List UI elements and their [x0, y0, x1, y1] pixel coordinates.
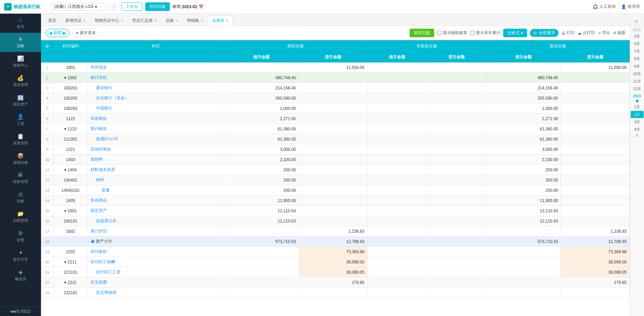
- account-name[interactable]: 材料: [88, 175, 224, 185]
- sidebar-item-settings[interactable]: ⚙ 设置: [0, 227, 41, 246]
- account-name[interactable]: 建设银行: [88, 83, 224, 93]
- month-4[interactable]: 4月: [631, 126, 644, 133]
- sidebar-item-purchases[interactable]: 📦 进销台账: [0, 149, 41, 169]
- month-2-active[interactable]: 2月: [631, 111, 644, 118]
- filter-all-btn[interactable]: ◀ 全部 ▶: [45, 29, 70, 37]
- sidebar-item-payroll[interactable]: 👤 工资: [0, 110, 41, 130]
- account-name[interactable]: 银行存款: [88, 73, 224, 83]
- th-setting[interactable]: ⚙: [41, 41, 54, 52]
- month-11[interactable]: 11月: [631, 78, 644, 85]
- tab-close-detail[interactable]: ✕: [201, 19, 203, 23]
- cell-ob-credit: [299, 144, 367, 155]
- tab-close-smart[interactable]: ✕: [121, 19, 123, 23]
- row-number: 5: [41, 103, 54, 114]
- tab-close-new-voucher[interactable]: ✕: [83, 19, 86, 23]
- show-aux-checkbox[interactable]: 显示辅助核算: [437, 30, 467, 36]
- sidebar-item-reports[interactable]: 📊 报表中心: [0, 52, 41, 71]
- tab-close-ledger[interactable]: ✕: [175, 19, 178, 23]
- table-row: 3100201建设银行214,158.40214,158.40: [41, 83, 630, 93]
- account-name[interactable]: 原材料: [88, 155, 224, 165]
- account-name[interactable]: 应付账款: [88, 247, 224, 257]
- calendar-icon[interactable]: 📅: [198, 4, 204, 9]
- return-old-btn[interactable]: 返回旧版: [410, 29, 434, 37]
- consulting-btn[interactable]: 🎧 人工咨询: [593, 4, 616, 10]
- tab-home[interactable]: 首页: [44, 15, 61, 26]
- tab-ledger[interactable]: 总账 ✕: [161, 15, 182, 26]
- workbench-button[interactable]: 工作台: [121, 2, 142, 11]
- month-8[interactable]: 8月: [631, 55, 644, 62]
- month-1[interactable]: 1月: [631, 103, 644, 111]
- expand-btn[interactable]: ▾ 展开更多: [72, 29, 100, 37]
- user-area[interactable]: 👤 徐淫华: [621, 4, 640, 10]
- cloud-print-btn[interactable]: ☁ 云打印: [577, 30, 595, 36]
- month-6[interactable]: 6月: [631, 40, 644, 47]
- account-name[interactable]: 起提票记本: [88, 216, 224, 226]
- tab-close-balance[interactable]: ✕: [226, 19, 229, 23]
- cell-ob-credit: 11,550.00: [299, 62, 367, 73]
- account-name[interactable]: 应交税费: [88, 277, 224, 288]
- sidebar-item-member[interactable]: ◈ 畅会员: [0, 265, 41, 285]
- tab-voucher-summary[interactable]: 凭证汇总表 ✕: [128, 15, 161, 26]
- account-name[interactable]: 应收账款: [88, 114, 224, 124]
- tab-balance-sheet[interactable]: 余额表 ✕: [208, 15, 233, 26]
- toggle-expand-btn[interactable]: ⊙ 全部展开: [530, 29, 559, 37]
- cell-cur-debit: [367, 247, 427, 257]
- cell-cur-debit: [367, 155, 427, 165]
- account-name[interactable]: 农业银行（美金）: [88, 93, 224, 103]
- tab-close-voucher-summary[interactable]: ✕: [154, 19, 157, 23]
- cell-eb-credit: [561, 288, 630, 298]
- sidebar-item-ledger[interactable]: ≡ 总账: [0, 33, 41, 52]
- sidebar-item-archive[interactable]: 📁 归档管理: [0, 207, 41, 227]
- table-row: 141405库存商品11,900.0011,900.00: [41, 196, 630, 206]
- sidebar-item-capital[interactable]: 💰 资金管理: [0, 71, 41, 91]
- account-code: 1122: [54, 114, 88, 124]
- account-name[interactable]: 应交增值税: [88, 288, 224, 298]
- account-name[interactable]: 壹蓬: [88, 185, 224, 196]
- account-name[interactable]: 库存现金: [88, 62, 224, 73]
- account-name[interactable]: 材料成本差异: [88, 165, 224, 175]
- month-5[interactable]: 5月: [631, 33, 644, 40]
- account-name[interactable]: 应付职工工资: [88, 267, 224, 277]
- cell-cur-debit: [367, 144, 427, 155]
- year-2023-label: 2023: [632, 94, 641, 99]
- close-all-button[interactable]: ✕: [632, 17, 641, 26]
- cell-ob-credit: [299, 103, 367, 114]
- account-name[interactable]: 库存商品: [88, 196, 224, 206]
- sidebar-item-tax[interactable]: 🏛 税务管理: [0, 169, 41, 188]
- pin-button[interactable]: ◀◀ 取消固定: [1, 309, 40, 314]
- month-12[interactable]: 12月: [631, 85, 644, 92]
- sidebar-item-guide[interactable]: ✦ 新手引导: [0, 246, 41, 265]
- account-name[interactable]: 预付账款: [88, 124, 224, 134]
- format-btn[interactable]: 全账式 ▾: [503, 29, 527, 37]
- tab-new-voucher[interactable]: 新增凭证 ✕: [61, 15, 90, 26]
- account-name[interactable]: 累计折旧: [88, 226, 224, 236]
- month-9[interactable]: 9月: [631, 63, 644, 70]
- show-ytd-checkbox[interactable]: 显示本年累计: [470, 30, 501, 36]
- account-name[interactable]: 惠属EU公司: [88, 134, 224, 144]
- cell-eb-credit: 12,788.93: [561, 236, 630, 247]
- export-btn[interactable]: ↗ 导出: [598, 30, 610, 36]
- sidebar-item-home[interactable]: ⌂ 首页: [0, 14, 41, 33]
- account-name[interactable]: 🔷 资产小计: [88, 236, 224, 247]
- company-selector[interactable]: (勿删）江西股全-LSS ▾: [51, 3, 106, 11]
- tab-smart-voucher[interactable]: 智能凭证中心 ✕: [90, 15, 128, 26]
- doc-icon[interactable]: 📄: [109, 3, 119, 10]
- cell-ob-debit: 200.00: [224, 185, 299, 196]
- account-name[interactable]: 其他应收款: [88, 144, 224, 155]
- cell-eb-debit: 200.00: [486, 185, 561, 196]
- account-name[interactable]: 应付职工薪酬: [88, 257, 224, 267]
- month-10[interactable]: 10月: [631, 70, 644, 77]
- sidebar-item-fixed-assets[interactable]: 🏢 固定资产: [0, 91, 41, 110]
- account-code: ▾ 1404: [54, 165, 88, 175]
- cell-cur-debit: [367, 226, 427, 236]
- print-btn[interactable]: 🖨 打印: [561, 30, 575, 36]
- month-3[interactable]: 3月: [631, 118, 644, 126]
- account-name[interactable]: 中国银行: [88, 103, 224, 114]
- month-7[interactable]: 7月: [631, 48, 644, 55]
- sidebar-item-settlement[interactable]: ⚖ 结账: [0, 188, 41, 207]
- refresh-btn[interactable]: ↺ 刷新: [613, 30, 626, 36]
- account-name[interactable]: 固定资产: [88, 206, 224, 216]
- switch-button[interactable]: 切到旧版: [145, 2, 170, 11]
- sidebar-item-invoice[interactable]: 📋 发票管理: [0, 130, 41, 149]
- tab-detail-ledger[interactable]: 明细账 ✕: [182, 15, 208, 26]
